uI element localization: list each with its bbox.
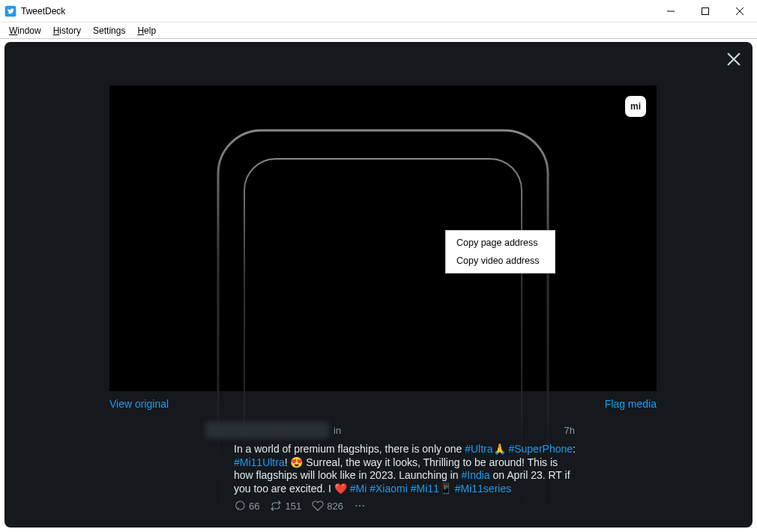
brand-logo-icon: mi xyxy=(625,96,646,117)
context-copy-video-address[interactable]: Copy video address xyxy=(446,252,555,270)
tweet: in 7h In a world of premium flagships, t… xyxy=(198,419,576,512)
like-count: 826 xyxy=(327,501,343,512)
hashtag-mi11ultra[interactable]: #Mi11Ultra xyxy=(234,456,285,468)
menu-window[interactable]: Window xyxy=(3,24,47,37)
retweet-count: 151 xyxy=(285,501,301,512)
app-icon xyxy=(4,5,16,17)
tweet-timestamp: 7h xyxy=(564,425,575,436)
avatar xyxy=(205,422,329,438)
menu-history[interactable]: History xyxy=(47,24,87,37)
reply-button[interactable]: 66 xyxy=(234,500,259,512)
hashtag-mi11series[interactable]: #Mi11series xyxy=(455,483,511,495)
reply-count: 66 xyxy=(249,501,259,512)
menu-help[interactable]: Help xyxy=(131,24,162,37)
svg-rect-2 xyxy=(702,7,709,14)
window-close-button[interactable] xyxy=(723,0,757,22)
view-original-link[interactable]: View original xyxy=(109,398,169,410)
window-titlebar: TweetDeck xyxy=(0,0,757,22)
tweet-header: in 7h xyxy=(198,419,576,441)
hashtag-india[interactable]: #India xyxy=(462,469,490,481)
tweet-text: In a world of premium flagships, there i… xyxy=(234,443,576,495)
svg-point-11 xyxy=(362,505,364,507)
window-title: TweetDeck xyxy=(21,6,65,16)
hashtag-mi11[interactable]: #Mi11 xyxy=(411,483,439,495)
emoji-heart: ❤️ xyxy=(334,483,347,496)
emoji-phone: 📱 xyxy=(439,483,452,496)
emoji-pray: 🙏 xyxy=(493,443,506,456)
tweet-actions: 66 151 826 xyxy=(234,500,576,512)
hashtag-superphone[interactable]: #SuperPhone xyxy=(508,443,573,455)
more-icon xyxy=(354,500,366,512)
svg-point-10 xyxy=(359,505,361,507)
flag-media-link[interactable]: Flag media xyxy=(605,398,657,410)
more-button[interactable] xyxy=(354,500,366,512)
header-suffix: in xyxy=(334,425,341,436)
retweet-icon xyxy=(270,500,282,512)
heart-icon xyxy=(312,500,324,512)
svg-point-9 xyxy=(355,505,357,507)
reply-icon xyxy=(234,500,246,512)
media-links-row: View original Flag media xyxy=(109,398,657,410)
media-image[interactable]: mi xyxy=(109,85,657,391)
hashtag-mi[interactable]: #Mi xyxy=(350,483,367,495)
window-maximize-button[interactable] xyxy=(688,0,723,22)
menu-settings[interactable]: Settings xyxy=(87,24,131,37)
context-copy-page-address[interactable]: Copy page address xyxy=(446,234,555,252)
hashtag-ultra[interactable]: #Ultra xyxy=(465,443,492,455)
media-viewer: mi View original Flag media in xyxy=(4,42,753,528)
like-button[interactable]: 826 xyxy=(312,500,343,512)
retweet-button[interactable]: 151 xyxy=(270,500,301,512)
emoji-heart-eyes: 😍 xyxy=(290,456,303,470)
hashtag-xiaomi[interactable]: #Xiaomi xyxy=(370,483,408,495)
context-menu: Copy page address Copy video address xyxy=(445,230,555,273)
window-minimize-button[interactable] xyxy=(654,0,688,22)
menu-bar: Window History Settings Help xyxy=(0,22,757,39)
close-icon[interactable] xyxy=(726,51,742,70)
